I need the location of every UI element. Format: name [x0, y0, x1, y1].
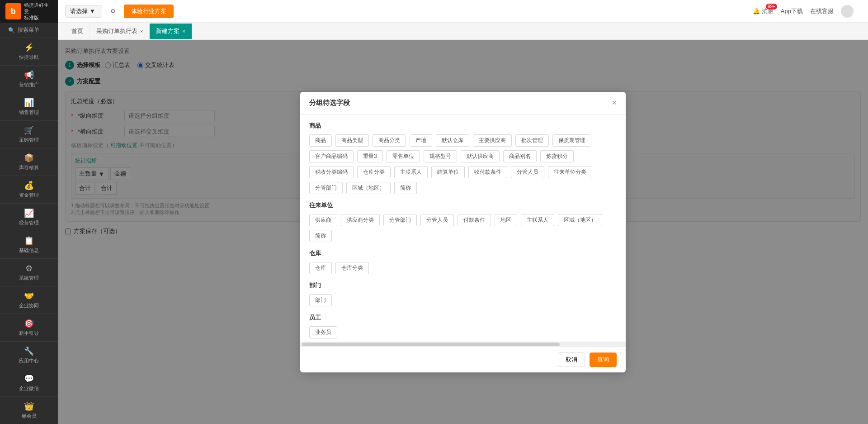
field-tag-0-20[interactable]: 分管人员 [511, 166, 544, 178]
field-tag-1-2[interactable]: 分管部门 [383, 214, 417, 226]
sidebar-item-10[interactable]: 🎯新手引导 [0, 314, 58, 342]
tab-2[interactable]: 新建方案× [150, 24, 192, 39]
tab-1[interactable]: 采购订单执行表× [90, 24, 150, 39]
sidebar-item-0[interactable]: ⚡快捷导航 [0, 38, 58, 66]
message-icon: 🔔 [753, 8, 760, 14]
sidebar-item-9[interactable]: 🤝企业协同 [0, 286, 58, 314]
sidebar-item-13[interactable]: 👑畅会员 [0, 397, 58, 424]
field-group-title-3: 部门 [309, 281, 617, 290]
sidebar-icon-6: 📈 [24, 208, 34, 218]
cancel-button[interactable]: 取消 [558, 353, 585, 367]
logo-text: 畅捷通好生意 标准版 [24, 2, 52, 21]
field-tag-1-7[interactable]: 区域（地区） [558, 214, 602, 226]
field-tags-3: 部门 [309, 294, 617, 306]
field-tag-0-21[interactable]: 往来单位分类 [548, 166, 592, 178]
field-tag-0-23[interactable]: 区域（地区） [346, 182, 391, 194]
field-tag-0-24[interactable]: 简称 [394, 182, 417, 194]
field-tag-0-10[interactable]: 零售单位 [387, 150, 420, 162]
field-tag-0-11[interactable]: 规格型号 [424, 150, 457, 162]
field-tag-0-8[interactable]: 客户商品编码 [309, 150, 354, 162]
field-tag-0-9[interactable]: 重量3 [357, 150, 383, 162]
field-tag-1-6[interactable]: 主联系人 [521, 214, 554, 226]
sidebar-icon-8: ⚙ [25, 263, 33, 273]
field-tags-4: 业务员 [309, 326, 617, 338]
app-download-link[interactable]: App下载 [781, 7, 803, 15]
field-tag-0-14[interactable]: 炼货积分 [540, 150, 574, 162]
confirm-button[interactable]: 查询 [590, 353, 617, 367]
field-group-4: 员工业务员 [309, 314, 617, 338]
sidebar-icon-12: 💬 [24, 374, 34, 384]
sidebar-item-1[interactable]: 📢营销推广 [0, 66, 58, 93]
user-avatar[interactable] [841, 5, 854, 18]
main-area: 请选择 ▼ ⚙ 体验行业方案 🔔 99+ 消息 App下载 在线客服 首页采购 [58, 0, 868, 424]
sidebar-search[interactable]: 🔍 搜索菜单 [0, 23, 58, 38]
sidebar-icon-10: 🎯 [24, 319, 34, 329]
sidebar-item-4[interactable]: 📦库存核算 [0, 148, 58, 176]
field-tag-1-8[interactable]: 简称 [309, 230, 332, 242]
sidebar-item-12[interactable]: 💬企业微信 [0, 369, 58, 397]
sidebar-item-2[interactable]: 📊销售管理 [0, 93, 58, 121]
field-tag-1-5[interactable]: 地区 [495, 214, 517, 226]
sidebar-item-8[interactable]: ⚙系统管理 [0, 259, 58, 286]
field-tag-2-1[interactable]: 仓库分类 [335, 262, 369, 274]
modal-body[interactable]: 商品商品商品类型商品分类产地默认仓库主要供应商批次管理保质期管理客户商品编码重量… [300, 114, 626, 342]
field-tag-0-0[interactable]: 商品 [309, 134, 332, 147]
modal-overlay: 分组待选字段 × 商品商品商品类型商品分类产地默认仓库主要供应商批次管理保质期管… [58, 40, 868, 424]
field-tag-0-18[interactable]: 结算单位 [431, 166, 465, 178]
modal-close-button[interactable]: × [612, 98, 617, 108]
modal-horizontal-scrollbar [300, 342, 626, 346]
online-service-link[interactable]: 在线客服 [810, 7, 834, 15]
field-tag-0-13[interactable]: 商品别名 [503, 150, 537, 162]
sidebar-item-6[interactable]: 📈经营管理 [0, 204, 58, 231]
sidebar-icon-7: 📋 [24, 236, 34, 246]
field-tag-0-5[interactable]: 主要供应商 [473, 134, 512, 147]
field-tag-0-19[interactable]: 收付款条件 [468, 166, 507, 178]
header-dropdown[interactable]: 请选择 ▼ [65, 5, 102, 18]
field-tag-2-0[interactable]: 仓库 [309, 262, 332, 274]
field-group-title-2: 仓库 [309, 249, 617, 257]
sidebar-icon-1: 📢 [24, 70, 34, 80]
modal-header: 分组待选字段 × [300, 92, 626, 114]
field-tag-0-3[interactable]: 产地 [410, 134, 432, 147]
field-select-modal: 分组待选字段 × 商品商品商品类型商品分类产地默认仓库主要供应商批次管理保质期管… [300, 92, 626, 372]
tab-close-1[interactable]: × [140, 29, 143, 34]
field-tag-1-1[interactable]: 供应商分类 [341, 214, 380, 226]
sidebar-item-5[interactable]: 💰资金管理 [0, 176, 58, 204]
field-tag-0-16[interactable]: 仓库分类 [357, 166, 391, 178]
field-tag-1-4[interactable]: 付款条件 [458, 214, 491, 226]
page-content: 采购订单执行表方案设置 1 选择模板 汇总表 交叉统计表 [58, 40, 868, 424]
field-tag-0-6[interactable]: 批次管理 [515, 134, 549, 147]
field-tag-0-12[interactable]: 默认供应商 [461, 150, 500, 162]
field-tag-0-1[interactable]: 商品类型 [335, 134, 369, 147]
header-left: 请选择 ▼ ⚙ 体验行业方案 [65, 4, 174, 19]
tab-close-2[interactable]: × [182, 29, 185, 34]
header-right: 🔔 99+ 消息 App下载 在线客服 [753, 5, 861, 18]
sidebar-item-3[interactable]: 🛒采购管理 [0, 121, 58, 148]
sidebar-icon-11: 🔧 [24, 346, 34, 356]
tabs-bar: 首页采购订单执行表×新建方案× [58, 23, 868, 40]
field-tag-0-17[interactable]: 主联系人 [394, 166, 428, 178]
message-badge[interactable]: 🔔 99+ 消息 [753, 7, 774, 15]
header-settings-icon[interactable]: ⚙ [106, 4, 120, 19]
field-tag-0-4[interactable]: 默认仓库 [436, 134, 469, 147]
trial-button[interactable]: 体验行业方案 [124, 5, 174, 18]
sidebar-icon-2: 📊 [24, 98, 34, 108]
field-tag-0-15[interactable]: 税收分类编码 [309, 166, 354, 178]
field-tag-4-0[interactable]: 业务员 [309, 326, 337, 338]
search-icon: 🔍 [8, 27, 15, 33]
field-tag-3-0[interactable]: 部门 [309, 294, 332, 306]
field-group-title-1: 往来单位 [309, 201, 617, 210]
sidebar-item-7[interactable]: 📋基础信息 [0, 231, 58, 259]
field-tag-0-7[interactable]: 保质期管理 [552, 134, 591, 147]
field-tag-1-3[interactable]: 分管人员 [420, 214, 454, 226]
top-header: 请选择 ▼ ⚙ 体验行业方案 🔔 99+ 消息 App下载 在线客服 [58, 0, 868, 23]
field-tag-0-22[interactable]: 分管部门 [309, 182, 343, 194]
field-tag-0-2[interactable]: 商品分类 [373, 134, 406, 147]
sidebar-icon-13: 👑 [24, 401, 34, 411]
sidebar-logo: b 畅捷通好生意 标准版 [0, 0, 58, 23]
sidebar-item-11[interactable]: 🔧应用中心 [0, 342, 58, 369]
field-tag-1-0[interactable]: 供应商 [309, 214, 337, 226]
sidebar-icon-4: 📦 [24, 153, 34, 163]
sidebar-icon-0: ⚡ [24, 43, 34, 52]
tab-0[interactable]: 首页 [65, 24, 90, 39]
